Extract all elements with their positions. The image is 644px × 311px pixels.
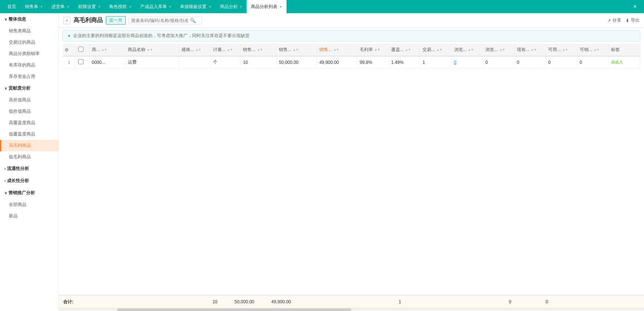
row-sales-cost: 49,900.00: [317, 56, 357, 68]
row-code: 0000...: [89, 56, 125, 68]
sidebar-item-low-coverage[interactable]: 低覆盖度商品: [0, 129, 58, 140]
app-container: 首页 销售单 × 进货单 × 权限设置 × 角色授权 × 产成品入库单 × 单据…: [0, 0, 644, 311]
scrollbar-thumb: [117, 308, 351, 311]
sort-arrows-sales-cost[interactable]: ▲▼: [333, 48, 339, 51]
sort-arrows-coverage[interactable]: ▲▼: [405, 48, 411, 51]
sidebar-item-new-goods[interactable]: 新品: [0, 210, 58, 222]
tab-analysis[interactable]: 商品分析 ×: [216, 0, 247, 13]
arrow-icon: ∨: [4, 17, 7, 21]
close-tab-analysis[interactable]: ×: [240, 4, 242, 9]
horizontal-scrollbar[interactable]: [59, 308, 644, 311]
sort-arrows-available[interactable]: ▲▼: [562, 48, 568, 51]
row-gross-rate: 99.8%: [357, 56, 389, 68]
sidebar-item-category-rate[interactable]: 商品分类助销率: [0, 48, 58, 59]
table-container[interactable]: ⚙ 商... ▲▼: [59, 44, 644, 295]
th-sellable: 可销... ▲▼: [577, 44, 609, 56]
row-name: 运费: [125, 56, 179, 68]
table-row: 1 0000... 运费 个 10 50,000.00 49,900.00 99: [62, 56, 640, 68]
sidebar-group-overall[interactable]: ∨ 整体信息: [0, 13, 58, 25]
share-button[interactable]: ↗ 分享: [607, 17, 621, 23]
th-browse1: 浏览... ▲▼: [451, 44, 483, 56]
tab-template[interactable]: 单据模板设置 ×: [176, 0, 215, 13]
sort-arrows-sales-amount[interactable]: ▲▼: [293, 48, 299, 51]
sort-arrows-code[interactable]: ▲▼: [101, 48, 107, 51]
top-nav: 首页 销售单 × 进货单 × 权限设置 × 角色授权 × 产成品入库单 × 单据…: [0, 0, 644, 13]
sort-arrows-name[interactable]: ▲▼: [147, 48, 153, 51]
window-close-button[interactable]: ×: [629, 3, 641, 10]
sidebar-group-marketing[interactable]: ∨ 营销推广分析: [0, 187, 58, 199]
sidebar: ∨ 整体信息 销售类商品 交易过的商品 商品分类助销率 有库存的商品 库存资金占…: [0, 13, 59, 311]
row-trade: 1: [420, 56, 452, 68]
sort-arrows-sales-qty[interactable]: ▲▼: [257, 48, 263, 51]
sidebar-item-stock-capital[interactable]: 库存资金占用: [0, 71, 58, 82]
close-tab-permission[interactable]: ×: [98, 4, 100, 9]
tab-purchase[interactable]: 进货单 ×: [47, 0, 73, 13]
footer-values: 10 50,000.00 49,900.00 1 0 0: [81, 299, 551, 304]
th-sales-qty: 销售... ▲▼: [241, 44, 277, 56]
arrow-icon-3: ›: [4, 167, 6, 171]
close-tab-purchase[interactable]: ×: [67, 4, 69, 9]
sidebar-group-contribution[interactable]: ∨ 贡献度分析: [0, 82, 58, 94]
period-btn-month[interactable]: 近一月: [106, 16, 126, 25]
row-checkbox[interactable]: [78, 59, 83, 64]
sort-arrows-browse2[interactable]: ▲▼: [499, 48, 505, 51]
row-coverage: 1.49%: [389, 56, 420, 68]
settings-icon[interactable]: ⚙: [65, 47, 69, 53]
tab-role[interactable]: 角色授权 ×: [105, 0, 136, 13]
search-icon[interactable]: 🔍: [190, 18, 196, 23]
sort-arrows-gross-rate[interactable]: ▲▼: [374, 48, 380, 51]
close-tab-template[interactable]: ×: [209, 4, 211, 9]
sidebar-item-high-margin[interactable]: 高毛利商品: [0, 140, 58, 151]
tab-permission[interactable]: 权限设置 ×: [74, 0, 105, 13]
arrow-icon-2: ∨: [4, 86, 7, 90]
sidebar-item-traded-goods[interactable]: 交易过的商品: [0, 37, 58, 48]
collapse-sidebar-button[interactable]: «: [63, 17, 71, 24]
footer-browse2-spacer: [441, 299, 478, 304]
sidebar-item-all-goods[interactable]: 全部商品: [0, 199, 58, 210]
select-all-checkbox[interactable]: [78, 47, 83, 52]
data-table: ⚙ 商... ▲▼: [62, 44, 640, 68]
sidebar-group-growth[interactable]: › 成长性分析: [0, 175, 58, 187]
tab-home[interactable]: 首页: [3, 0, 21, 13]
arrow-icon-5: ∨: [4, 191, 7, 195]
th-checkbox: [76, 44, 90, 56]
export-icon: ⬇: [626, 18, 629, 23]
search-input[interactable]: [131, 18, 190, 23]
th-spec: 规格... ▲▼: [179, 44, 211, 56]
tab-analysis-list[interactable]: 商品分析列表 ×: [247, 0, 286, 13]
sort-arrows-current-stock[interactable]: ▲▼: [531, 48, 537, 51]
search-box: 🔍: [129, 17, 202, 24]
row-spec: [179, 56, 211, 68]
main-layout: ∨ 整体信息 销售类商品 交易过的商品 商品分类助销率 有库存的商品 库存资金占…: [0, 13, 644, 311]
footer-trade: 1: [367, 299, 404, 304]
sort-arrows-spec[interactable]: ▲▼: [195, 48, 201, 51]
th-unit: 计量... ▲▼: [211, 44, 241, 56]
row-browse1[interactable]: 0: [451, 56, 483, 68]
sidebar-item-stocked-goods[interactable]: 有库存的商品: [0, 59, 58, 71]
close-tab-inbound[interactable]: ×: [169, 4, 171, 9]
sidebar-item-high-coverage[interactable]: 高覆盖度商品: [0, 117, 58, 129]
sort-arrows-browse1[interactable]: ▲▼: [468, 48, 474, 51]
sidebar-item-high-value[interactable]: 高价值商品: [0, 94, 58, 106]
sidebar-item-low-margin[interactable]: 低毛利商品: [0, 151, 58, 163]
close-tab-analysis-list[interactable]: ×: [280, 4, 282, 9]
sidebar-item-low-value[interactable]: 低价值商品: [0, 106, 58, 117]
sidebar-item-sales-goods[interactable]: 销售类商品: [0, 25, 58, 37]
sort-arrows-sellable[interactable]: ▲▼: [594, 48, 600, 51]
footer-gross-spacer: [294, 299, 331, 304]
close-tab-role[interactable]: ×: [129, 4, 131, 9]
row-checkbox-cell: [76, 56, 90, 68]
tip-bar: ✦ 企业的主要的利润都是这部分商品创造的，可考虑加大推广，同时关注库存是不要出现…: [62, 30, 640, 41]
share-icon: ↗: [607, 18, 611, 23]
row-tag: 高收入: [609, 56, 640, 68]
th-current-stock: 现有... ▲▼: [514, 44, 546, 56]
tab-inbound[interactable]: 产成品入库单 ×: [136, 0, 176, 13]
sort-arrows-unit[interactable]: ▲▼: [227, 48, 233, 51]
th-settings: ⚙: [62, 44, 76, 56]
export-button[interactable]: ⬇ 导出: [626, 17, 640, 23]
tab-sales[interactable]: 销售单 ×: [21, 0, 47, 13]
sidebar-group-liquidity[interactable]: › 流通性分析: [0, 163, 58, 175]
sort-arrows-trade[interactable]: ▲▼: [436, 48, 442, 51]
row-browse2: 0: [483, 56, 515, 68]
close-tab-sales[interactable]: ×: [40, 4, 43, 9]
